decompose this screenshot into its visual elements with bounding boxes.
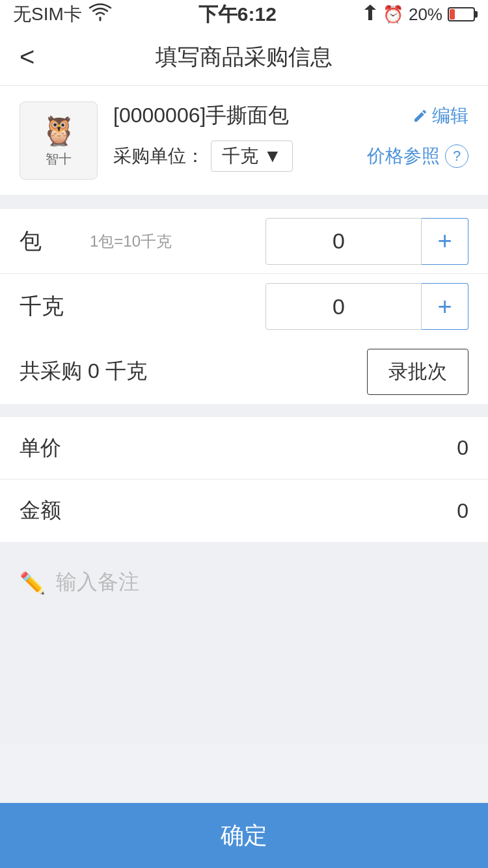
- bag-plus-button[interactable]: +: [422, 218, 468, 265]
- page-title: 填写商品采购信息: [156, 42, 332, 72]
- kg-label: 千克: [20, 292, 85, 321]
- bag-sublabel: 1包=10千克: [90, 231, 172, 252]
- product-info: [0000006]手撕面包 编辑 采购单位： 千克 ▼ 价格: [113, 102, 468, 172]
- unit-select[interactable]: 千克 ▼: [211, 141, 293, 172]
- confirm-button[interactable]: 确定: [0, 803, 488, 868]
- unit-label: 采购单位：: [113, 144, 204, 169]
- bag-input-wrap: +: [265, 218, 468, 265]
- kg-input-row: 千克 +: [0, 274, 488, 339]
- kg-input[interactable]: [265, 283, 422, 330]
- product-name: [0000006]手撕面包: [113, 102, 289, 130]
- product-edit-button[interactable]: 编辑: [413, 103, 468, 128]
- section-divider-1: [0, 196, 488, 209]
- unit-price-row: 单价 0: [0, 417, 488, 480]
- kg-input-wrap: +: [265, 283, 468, 330]
- product-image-brand: 智十: [46, 150, 72, 168]
- remark-section[interactable]: ✏️ 输入备注: [0, 549, 488, 744]
- section-divider-3: [0, 542, 488, 549]
- bag-input-row: 包 1包=10千克 +: [0, 209, 488, 274]
- total-label: 共采购 0 千克: [20, 357, 147, 386]
- battery-percent: 20%: [409, 5, 442, 25]
- alarm-icon: ⏰: [383, 5, 403, 25]
- batch-button[interactable]: 录批次: [367, 349, 468, 395]
- wifi-icon: [88, 3, 112, 26]
- status-left: 无SIM卡: [13, 2, 112, 27]
- product-image-owl: 🦉: [41, 114, 77, 148]
- product-image: 🦉 智十: [20, 102, 98, 180]
- status-time: 下午6:12: [198, 1, 277, 28]
- amount-value: 0: [457, 499, 468, 523]
- product-unit-row: 采购单位： 千克 ▼ 价格参照 ?: [113, 141, 468, 172]
- main-content: 🦉 智十 [0000006]手撕面包 编辑 采购单位： 千克 ▼: [0, 86, 488, 809]
- status-right: ⏰ 20%: [363, 3, 475, 26]
- bag-input[interactable]: [265, 218, 422, 265]
- unit-price-label: 单价: [20, 434, 61, 463]
- quantity-input-section: 包 1包=10千克 + 千克 +: [0, 209, 488, 339]
- price-ref-button[interactable]: 价格参照 ?: [367, 144, 468, 169]
- section-divider-2: [0, 404, 488, 417]
- status-bar: 无SIM卡 下午6:12 ⏰ 20%: [0, 0, 488, 29]
- total-row: 共采购 0 千克 录批次: [0, 339, 488, 404]
- kg-plus-button[interactable]: +: [422, 283, 468, 330]
- product-name-row: [0000006]手撕面包 编辑: [113, 102, 468, 130]
- back-button[interactable]: <: [20, 36, 47, 78]
- amount-row: 金额 0: [0, 480, 488, 542]
- location-icon: [363, 3, 377, 26]
- pencil-icon: ✏️: [20, 571, 46, 595]
- product-card: 🦉 智十 [0000006]手撕面包 编辑 采购单位： 千克 ▼: [0, 86, 488, 196]
- bag-label: 包: [20, 226, 85, 256]
- amount-label: 金额: [20, 496, 61, 525]
- remark-placeholder: 输入备注: [56, 568, 139, 597]
- chevron-down-icon: ▼: [264, 146, 282, 167]
- price-section: 单价 0 金额 0: [0, 417, 488, 542]
- price-help-icon[interactable]: ?: [445, 144, 468, 168]
- nav-bar: < 填写商品采购信息: [0, 29, 488, 86]
- battery-icon: [448, 7, 475, 21]
- unit-price-value: 0: [457, 436, 468, 460]
- carrier-label: 无SIM卡: [13, 2, 82, 27]
